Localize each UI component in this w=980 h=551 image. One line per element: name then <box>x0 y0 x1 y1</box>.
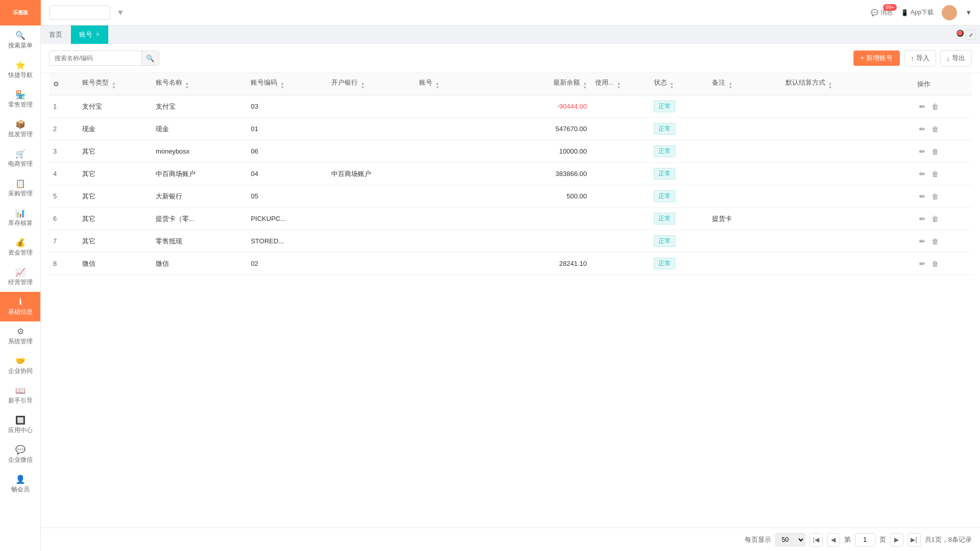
message-button[interactable]: 💬 消息 99+ <box>871 8 893 17</box>
col-type[interactable]: 账号类型 ▲▼ <box>78 73 151 95</box>
col-remark-label: 备注 <box>712 79 725 86</box>
sidebar-item-search[interactable]: 🔍 搜索菜单 <box>0 26 40 55</box>
page-size-select[interactable]: 50 10 20 100 <box>775 533 805 546</box>
sidebar-item-label: 新手引导 <box>8 396 33 405</box>
sidebar-item-finance[interactable]: 💰 资金管理 <box>0 233 40 262</box>
app-download-button[interactable]: 📱 App下载 <box>901 8 934 17</box>
search-input[interactable] <box>50 51 141 65</box>
delete-button[interactable]: 🗑 <box>929 214 941 224</box>
cell-status: 正常 <box>650 253 708 275</box>
sidebar-item-purchase[interactable]: 📋 采购管理 <box>0 173 40 203</box>
col-remark[interactable]: 备注 ▲▼ <box>708 73 781 95</box>
edit-button[interactable]: ✏ <box>917 236 927 246</box>
delete-button[interactable]: 🗑 <box>929 169 941 179</box>
pagination: 每页显示 50 10 20 100 |◀ ◀ 第 页 ▶ ▶| 共1页，8条记录 <box>41 528 980 551</box>
edit-button[interactable]: ✏ <box>917 124 927 134</box>
col-bank[interactable]: 开户银行 ▲▼ <box>327 73 415 95</box>
content-area: 🔍 + 新增账号 ↑ 导入 ↓ 导出 <box>41 44 980 551</box>
sort-icon-default: ▲▼ <box>828 82 832 90</box>
handshake-icon: 🤝 <box>15 356 26 366</box>
cell-num: 4 <box>49 163 78 185</box>
sidebar-item-apps[interactable]: 🔲 应用中心 <box>0 410 40 440</box>
sidebar-item-system[interactable]: ⚙ 系统管理 <box>0 321 40 351</box>
sidebar-item-agreement[interactable]: 🤝 企业协同 <box>0 351 40 381</box>
top-search-input[interactable] <box>49 6 110 20</box>
cell-bank <box>327 230 415 253</box>
sidebar-item-label: 畅会员 <box>11 485 30 494</box>
cell-bank <box>327 185 415 208</box>
edit-button[interactable]: ✏ <box>917 102 927 112</box>
status-badge: 正常 <box>654 235 675 247</box>
page-first-button[interactable]: |◀ <box>810 533 823 546</box>
page-next-button[interactable]: ▶ <box>890 533 903 546</box>
sidebar-item-basic[interactable]: ℹ 基础信息 <box>0 292 40 321</box>
sort-icon-balance: ▲▼ <box>583 82 587 90</box>
edit-button[interactable]: ✏ <box>917 191 927 202</box>
delete-button[interactable]: 🗑 <box>929 124 941 134</box>
cell-code: 06 <box>247 140 327 163</box>
store-icon: 🏪 <box>15 90 26 99</box>
edit-button[interactable]: ✏ <box>917 259 927 269</box>
sidebar-item-retail[interactable]: 🏪 零售管理 <box>0 85 40 114</box>
top-search-dropdown[interactable]: ▼ <box>116 8 125 17</box>
col-balance[interactable]: 最新余额 ▲▼ <box>503 73 591 95</box>
delete-button[interactable]: 🗑 <box>929 102 941 112</box>
edit-button[interactable]: ✏ <box>917 146 927 157</box>
cell-use <box>591 95 650 118</box>
window-close[interactable]: ✕ <box>957 30 964 37</box>
cell-type: 其它 <box>78 208 151 230</box>
cell-bank: 中百商场账户 <box>327 163 415 185</box>
col-settings[interactable]: ⚙ <box>49 73 78 95</box>
col-name[interactable]: 账号名称 ▲▼ <box>152 73 247 95</box>
col-account[interactable]: 账号 ▲▼ <box>415 73 503 95</box>
tab-account[interactable]: 账号 ✕ <box>71 26 109 44</box>
user-avatar[interactable] <box>942 5 957 20</box>
col-bank-label: 开户银行 <box>331 79 358 86</box>
cell-use <box>591 253 650 275</box>
toolbar-right: + 新增账号 ↑ 导入 ↓ 导出 <box>853 50 972 66</box>
delete-button[interactable]: 🗑 <box>929 191 941 202</box>
cell-name: 现金 <box>152 118 247 140</box>
sidebar-item-wechat[interactable]: 💬 企业微信 <box>0 440 40 469</box>
cell-type: 其它 <box>78 163 151 185</box>
delete-button[interactable]: 🗑 <box>929 146 941 157</box>
delete-button[interactable]: 🗑 <box>929 259 941 269</box>
sidebar-item-shortcuts[interactable]: ⭐ 快捷导航 <box>0 55 40 85</box>
sidebar-item-ecommerce[interactable]: 🛒 电商管理 <box>0 144 40 173</box>
col-code[interactable]: 账号编码 ▲▼ <box>247 73 327 95</box>
cell-action: ✏ 🗑 <box>913 118 972 140</box>
operations-icon: 📈 <box>15 267 26 277</box>
page-number-input[interactable] <box>855 533 875 546</box>
col-status[interactable]: 状态 ▲▼ <box>650 73 708 95</box>
sidebar-item-wholesale[interactable]: 📦 批发管理 <box>0 114 40 144</box>
message-icon: 💬 <box>871 9 878 16</box>
table-row: 4 其它 中百商场账户 04 中百商场账户 383866.00 正常 ✏ 🗑 <box>49 163 972 185</box>
sidebar-item-operations[interactable]: 📈 经营管理 <box>0 262 40 292</box>
search-button[interactable]: 🔍 <box>141 51 159 65</box>
export-button[interactable]: ↓ 导出 <box>940 50 972 66</box>
page-prev-button[interactable]: ◀ <box>827 533 840 546</box>
col-use[interactable]: 使用... ▲▼ <box>591 73 650 95</box>
user-menu[interactable]: ▼ <box>965 9 972 16</box>
page-size-label: 每页显示 <box>745 535 771 544</box>
delete-button[interactable]: 🗑 <box>929 236 941 246</box>
col-default-settlement[interactable]: 默认结算方式 ▲▼ <box>781 73 913 95</box>
col-default-label: 默认结算方式 <box>786 79 825 86</box>
cell-use <box>591 230 650 253</box>
cell-balance: 383866.00 <box>503 163 591 185</box>
tab-home[interactable]: 首页 <box>41 26 71 44</box>
import-button[interactable]: ↑ 导入 <box>904 50 936 66</box>
col-name-label: 账号名称 <box>156 79 182 86</box>
sidebar-item-guide[interactable]: 📖 新手引导 <box>0 381 40 410</box>
wechat-icon: 💬 <box>15 445 26 455</box>
sort-icon-remark: ▲▼ <box>728 82 732 90</box>
page-last-button[interactable]: ▶| <box>908 533 921 546</box>
tab-close-icon[interactable]: ✕ <box>95 31 100 38</box>
add-account-button[interactable]: + 新增账号 <box>853 51 900 66</box>
sidebar-item-inventory[interactable]: 📊 库存核算 <box>0 203 40 233</box>
edit-button[interactable]: ✏ <box>917 169 927 179</box>
sidebar-item-member[interactable]: 👤 畅会员 <box>0 469 40 499</box>
edit-button[interactable]: ✏ <box>917 214 927 224</box>
tab-expand-button[interactable]: ⤢ <box>966 30 976 40</box>
cell-use <box>591 163 650 185</box>
